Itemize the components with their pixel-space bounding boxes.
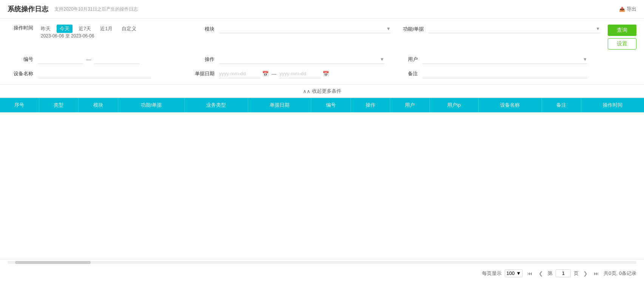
date-end-input[interactable] — [280, 69, 321, 78]
action-buttons: 查询 设置 — [608, 25, 636, 50]
time-filter: 昨天 今天 近7天 近1月 自定义 2023-06-06 至 2023-06-0… — [38, 25, 139, 39]
number-label: 编号 — [8, 56, 38, 63]
col-module: 模块 — [79, 98, 118, 112]
number-dash: — — [86, 57, 91, 62]
query-button[interactable]: 查询 — [608, 25, 636, 36]
time-btn-1month[interactable]: 近1月 — [97, 25, 116, 33]
operation-dropdown[interactable]: ▼ — [219, 55, 385, 64]
function-dropdown[interactable]: ▼ — [429, 25, 601, 33]
collapse-label: 收起更多条件 — [312, 88, 341, 95]
calendar-end-icon[interactable]: 📅 — [323, 71, 329, 77]
last-page-button[interactable]: ⏭ — [592, 270, 601, 277]
collapse-bar: ∧∧ 收起更多条件 — [0, 85, 644, 98]
page-title: 系统操作日志 — [8, 5, 48, 14]
page-num-input[interactable] — [556, 269, 571, 277]
page-size-label: 每页显示 — [482, 270, 502, 277]
page-header: 系统操作日志 支持2020年10月31日之后产生的操作日志 📤 导出 — [0, 0, 644, 19]
voucher-date-label: 单据日期 — [189, 70, 219, 77]
col-biz-type: 业务类型 — [185, 98, 248, 112]
page-label: 第 — [548, 270, 553, 277]
time-btn-yesterday[interactable]: 昨天 — [38, 25, 54, 33]
page-size-arrow-icon: ▼ — [516, 270, 521, 276]
col-function: 功能/单据 — [118, 98, 184, 112]
prev-page-button[interactable]: ❮ — [537, 270, 545, 277]
data-table: 序号 类型 模块 功能/单据 业务类型 单据日期 编号 操作 用户 用户ip 设… — [0, 98, 644, 112]
time-btn-7days[interactable]: 近7天 — [76, 25, 94, 33]
col-user: 用户 — [390, 98, 429, 112]
collapse-button[interactable]: ∧∧ 收起更多条件 — [303, 88, 341, 95]
function-label: 功能/单据 — [398, 26, 429, 33]
col-voucher-date: 单据日期 — [248, 98, 311, 112]
module-dropdown[interactable]: ▼ — [219, 25, 391, 33]
header-left: 系统操作日志 支持2020年10月31日之后产生的操作日志 — [8, 5, 138, 14]
scrollbar-thumb[interactable] — [15, 261, 91, 264]
col-device: 设备名称 — [478, 98, 542, 112]
page-unit: 页 — [574, 270, 579, 277]
col-operation: 操作 — [351, 98, 390, 112]
collapse-icon: ∧∧ — [303, 88, 310, 94]
function-arrow-icon: ▼ — [596, 26, 600, 31]
col-op-time: 操作时间 — [581, 98, 644, 112]
user-dropdown[interactable]: ▼ — [422, 55, 588, 64]
device-input[interactable] — [38, 69, 151, 78]
user-label: 用户 — [392, 56, 422, 63]
export-icon: 📤 — [619, 6, 625, 12]
col-remark: 备注 — [542, 98, 581, 112]
operation-label: 操作 — [189, 56, 219, 63]
number-start-input[interactable] — [38, 55, 83, 64]
operation-arrow-icon: ▼ — [380, 57, 385, 62]
remark-input[interactable] — [422, 69, 588, 78]
page-subtitle: 支持2020年10月31日之后产生的操作日志 — [54, 6, 138, 12]
table-container: 序号 类型 模块 功能/单据 业务类型 单据日期 编号 操作 用户 用户ip 设… — [0, 98, 644, 259]
pagination-bar: 每页显示 100 ▼ ⏮ ❮ 第 页 ❯ ⏭ 共0页, 0条记录 — [0, 265, 644, 281]
time-label: 操作时间 — [8, 25, 38, 31]
export-label: 导出 — [627, 6, 636, 12]
calendar-start-icon[interactable]: 📅 — [262, 71, 269, 77]
col-number: 编号 — [311, 98, 351, 112]
user-arrow-icon: ▼ — [583, 57, 587, 62]
col-seq: 序号 — [0, 98, 39, 112]
first-page-button[interactable]: ⏮ — [526, 270, 534, 277]
scrollbar-area — [0, 259, 644, 265]
page-size-select[interactable]: 100 ▼ — [505, 269, 523, 277]
setting-button[interactable]: 设置 — [608, 38, 636, 50]
date-dash: — — [272, 71, 276, 77]
table-header-row: 序号 类型 模块 功能/单据 业务类型 单据日期 编号 操作 用户 用户ip 设… — [0, 98, 644, 112]
col-user-ip: 用户ip — [429, 98, 478, 112]
filter-area: 操作时间 昨天 今天 近7天 近1月 自定义 2023-06-06 至 2023… — [0, 19, 644, 85]
number-end-input[interactable] — [94, 55, 139, 64]
time-range: 2023-06-06 至 2023-06-06 — [41, 33, 139, 39]
device-label: 设备名称 — [8, 70, 38, 77]
time-btn-custom[interactable]: 自定义 — [119, 25, 139, 33]
page-container: 系统操作日志 支持2020年10月31日之后产生的操作日志 📤 导出 操作时间 … — [0, 0, 644, 281]
scrollbar-track — [8, 261, 636, 264]
remark-label: 备注 — [392, 70, 422, 77]
total-info: 共0页, 0条记录 — [604, 270, 636, 277]
page-size-value: 100 — [507, 270, 515, 276]
export-button[interactable]: 📤 导出 — [619, 6, 636, 12]
time-btn-today[interactable]: 今天 — [57, 25, 73, 33]
module-label: 模块 — [189, 26, 219, 33]
date-start-input[interactable] — [219, 69, 261, 78]
module-arrow-icon: ▼ — [386, 26, 391, 31]
col-type: 类型 — [39, 98, 78, 112]
next-page-button[interactable]: ❯ — [582, 270, 589, 277]
